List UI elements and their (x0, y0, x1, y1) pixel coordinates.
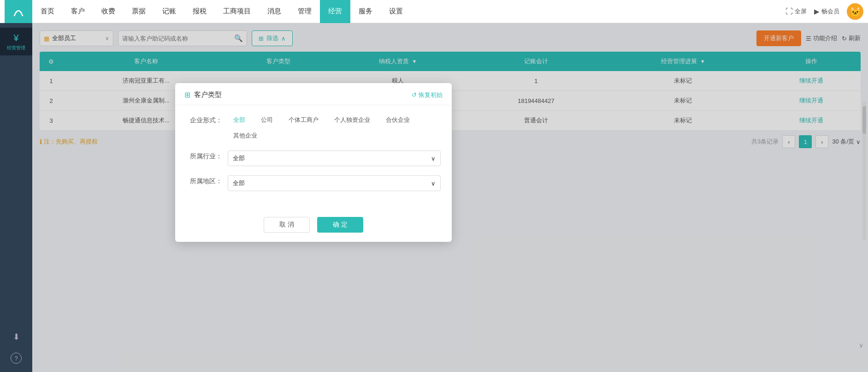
help-icon-btn[interactable]: ? (7, 349, 25, 367)
vip-label: 畅会员 (821, 7, 839, 16)
fullscreen-button[interactable]: ⛶ 全屏 (785, 7, 807, 16)
fullscreen-label: 全屏 (795, 7, 807, 16)
sidebar-bottom: ⬇ ? (7, 74, 25, 367)
option-partnership[interactable]: 合伙企业 (380, 114, 415, 126)
nav-business[interactable]: 工商项目 (215, 0, 259, 23)
industry-value: 全部 (233, 154, 245, 162)
nav-tax[interactable]: 报税 (184, 0, 215, 23)
option-all[interactable]: 全部 (228, 114, 251, 126)
help-icon: ? (11, 353, 22, 364)
download-icon: ⬇ (13, 332, 20, 342)
vip-icon: ▶ (814, 7, 820, 16)
region-select[interactable]: 全部 ∨ (228, 175, 441, 191)
modal-title-icon: ⊞ (184, 90, 190, 99)
industry-select[interactable]: 全部 ∨ (228, 150, 441, 166)
option-company[interactable]: 公司 (255, 114, 278, 126)
download-icon-btn[interactable]: ⬇ (7, 328, 25, 346)
nav-bill[interactable]: 票据 (124, 0, 154, 23)
layout: ¥ 经营管理 ⬇ ? ▦ 全部员工 ∨ 🔍 ⊞ (0, 23, 868, 372)
option-sole[interactable]: 个人独资企业 (329, 114, 376, 126)
modal-reset-button[interactable]: ↺ 恢复初始 (412, 91, 443, 99)
modal-body: 企业形式： 全部 公司 个体工商户 个人独资企业 合伙企业 其他企业 所属行业： (175, 105, 452, 210)
sidebar: ¥ 经营管理 ⬇ ? (0, 23, 32, 372)
nav-home[interactable]: 首页 (32, 0, 63, 23)
nav-customer[interactable]: 客户 (63, 0, 93, 23)
nav-accounting[interactable]: 记账 (154, 0, 184, 23)
modal-title-text: 客户类型 (194, 90, 222, 99)
main-content: ▦ 全部员工 ∨ 🔍 ⊞ 筛选 ∧ 开通新客户 ☰ 功能介绍 ↻ (32, 23, 868, 372)
region-select-wrap: 全部 ∨ (228, 175, 441, 191)
nav-message[interactable]: 消息 (259, 0, 289, 23)
money-icon: ¥ (13, 33, 18, 43)
industry-label: 所属行业： (186, 150, 228, 161)
region-row: 所属地区： 全部 ∨ (186, 175, 441, 191)
sidebar-item-label: 经营管理 (7, 45, 25, 51)
nav-operation[interactable]: 经营 (320, 0, 350, 23)
vip-button[interactable]: ▶ 畅会员 (814, 7, 839, 16)
enterprise-options: 全部 公司 个体工商户 个人独资企业 合伙企业 其他企业 (228, 114, 441, 141)
filter-modal: ⊞ 客户类型 ↺ 恢复初始 企业形式： 全部 公司 (175, 83, 452, 242)
nav-right: ⛶ 全屏 ▶ 畅会员 🐱 (785, 3, 863, 20)
nav-items: 首页 客户 收费 票据 记账 报税 工商项目 消息 管理 经营 服务 设置 (32, 0, 785, 23)
region-label: 所属地区： (186, 175, 228, 186)
reset-label: 恢复初始 (419, 91, 443, 99)
sidebar-item-operation[interactable]: ¥ 经营管理 (0, 28, 32, 55)
top-nav: 首页 客户 收费 票据 记账 报税 工商项目 消息 管理 经营 服务 设置 ⛶ … (0, 0, 868, 23)
region-chevron-icon: ∨ (431, 180, 436, 187)
option-other[interactable]: 其他企业 (228, 130, 263, 141)
confirm-button[interactable]: 确 定 (317, 217, 363, 233)
logo (5, 0, 32, 23)
avatar[interactable]: 🐱 (847, 3, 863, 20)
nav-settings[interactable]: 设置 (381, 0, 411, 23)
industry-select-wrap: 全部 ∨ (228, 150, 441, 166)
nav-manage[interactable]: 管理 (289, 0, 320, 23)
option-individual[interactable]: 个体工商户 (283, 114, 324, 126)
modal-header: ⊞ 客户类型 ↺ 恢复初始 (175, 83, 452, 105)
region-value: 全部 (233, 179, 245, 187)
fullscreen-icon: ⛶ (785, 7, 793, 16)
modal-footer: 取 消 确 定 (175, 210, 452, 242)
enterprise-form-label: 企业形式： (186, 114, 228, 125)
industry-row: 所属行业： 全部 ∨ (186, 150, 441, 166)
modal-overlay[interactable]: ⊞ 客户类型 ↺ 恢复初始 企业形式： 全部 公司 (32, 23, 868, 372)
enterprise-form-row: 企业形式： 全部 公司 个体工商户 个人独资企业 合伙企业 其他企业 (186, 114, 441, 141)
nav-service[interactable]: 服务 (350, 0, 381, 23)
modal-title: ⊞ 客户类型 (184, 90, 222, 99)
reset-icon: ↺ (412, 91, 417, 98)
cancel-button[interactable]: 取 消 (264, 217, 310, 233)
industry-chevron-icon: ∨ (431, 155, 436, 162)
nav-fee[interactable]: 收费 (93, 0, 124, 23)
